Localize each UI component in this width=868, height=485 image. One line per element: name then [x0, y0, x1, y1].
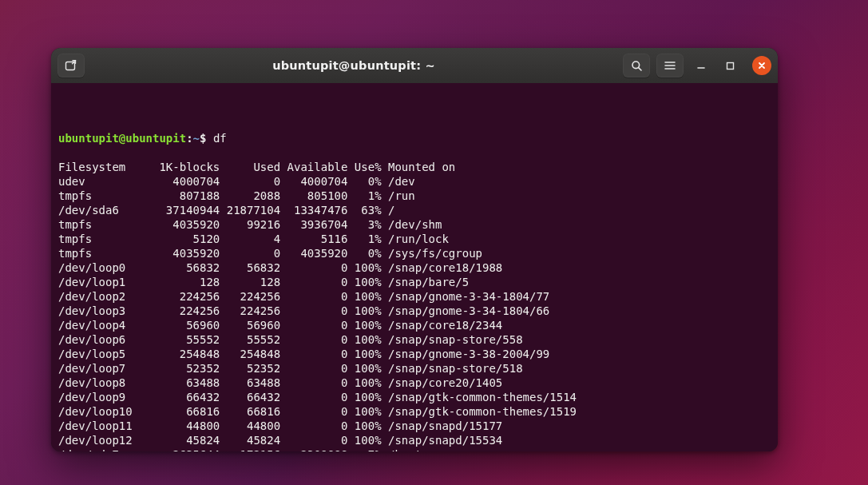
- terminal-body[interactable]: ubuntupit@ubuntupit:~$ df Filesystem 1K-…: [51, 83, 778, 451]
- window-title: ubuntupit@ubuntupit: ~: [85, 59, 623, 72]
- svg-rect-2: [727, 62, 733, 69]
- new-tab-button[interactable]: [57, 54, 85, 78]
- terminal-scroll[interactable]: ubuntupit@ubuntupit:~$ df Filesystem 1K-…: [58, 117, 771, 451]
- terminal-window: ubuntupit@ubuntupit: ~: [51, 48, 778, 451]
- command-text: df: [213, 132, 227, 145]
- hamburger-icon: [664, 61, 676, 70]
- minimize-icon: [696, 61, 706, 70]
- new-tab-icon: [65, 60, 77, 71]
- titlebar[interactable]: ubuntupit@ubuntupit: ~: [51, 48, 778, 83]
- desktop-wallpaper: ubuntupit@ubuntupit: ~: [0, 0, 868, 485]
- maximize-icon: [726, 62, 735, 70]
- df-output: Filesystem 1K-blocks Used Available Use%…: [58, 161, 577, 451]
- search-icon: [631, 60, 643, 72]
- menu-button[interactable]: [656, 54, 684, 78]
- prompt-colon: :: [186, 132, 192, 145]
- prompt-dollar: $: [200, 132, 213, 145]
- prompt-line: ubuntupit@ubuntupit:~$ df: [58, 131, 771, 145]
- close-button[interactable]: [752, 56, 771, 75]
- maximize-button[interactable]: [719, 54, 741, 78]
- prompt-host: ubuntupit: [125, 132, 186, 145]
- prompt-path: ~: [193, 132, 200, 145]
- close-icon: [758, 62, 766, 70]
- prompt-user: ubuntupit: [58, 132, 119, 145]
- search-button[interactable]: [623, 54, 650, 78]
- minimize-button[interactable]: [690, 54, 712, 78]
